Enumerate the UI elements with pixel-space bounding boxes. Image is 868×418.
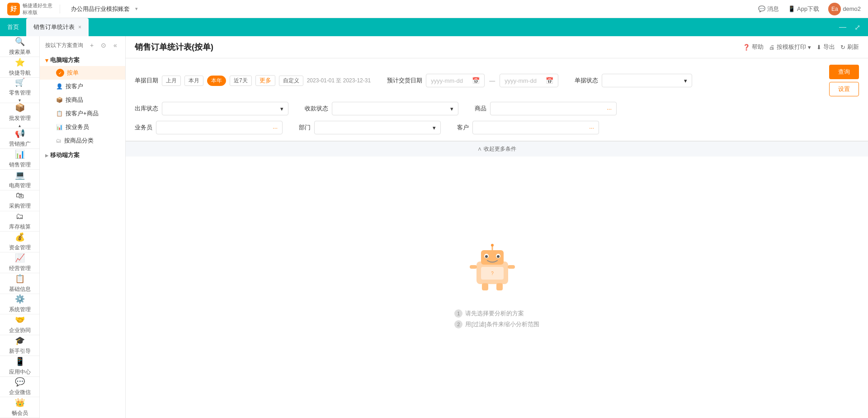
date-more-btn[interactable]: 更多	[255, 75, 275, 86]
expected-date-end[interactable]: yyyy-mm-dd 📅	[500, 74, 558, 87]
customer-input[interactable]: ···	[472, 121, 599, 134]
print-button[interactable]: 🖨 按模板打印 ▾	[769, 43, 811, 51]
tree-item-by-salesman[interactable]: 📊 按业务员	[40, 120, 125, 134]
sidebar-item-wechat[interactable]: 💬 企业微信	[0, 377, 39, 398]
salesman-dots[interactable]: ···	[273, 124, 278, 131]
left-panel-actions: + ⊙ «	[87, 41, 120, 50]
user-avatar[interactable]: Ea demo2	[828, 3, 861, 15]
customer-dots[interactable]: ···	[589, 124, 594, 131]
logo-area: 好 畅捷通好生意 标准版	[7, 2, 52, 15]
delivery-status-select[interactable]: ▾	[162, 102, 288, 115]
help-icon: ❓	[743, 44, 750, 51]
date-range-text: 2023-01-01 至 2023-12-31	[307, 77, 371, 85]
sidebar-item-marketing[interactable]: 📢 营销推广	[0, 128, 39, 149]
expected-date-start[interactable]: yyyy-mm-dd 📅	[426, 74, 485, 87]
svg-rect-8	[482, 283, 488, 290]
date-current-year-btn[interactable]: 本年	[207, 76, 226, 86]
sidebar-item-inventory[interactable]: 🗂 库存核算	[0, 211, 39, 232]
by-order-icon: ✓	[56, 69, 64, 77]
date-separator: —	[488, 77, 496, 84]
sidebar-item-finance[interactable]: 💰 资金管理	[0, 232, 39, 252]
tree-item-by-category[interactable]: 🗂 按商品分类	[40, 134, 125, 147]
purchase-icon: 🛍	[16, 191, 24, 200]
payment-status-select[interactable]: ▾	[332, 102, 458, 115]
app-download-button[interactable]: 📱 App下载	[788, 5, 819, 13]
finance-icon: 💰	[15, 232, 25, 242]
tree-group-mobile[interactable]: ▸ 移动端方案	[40, 147, 125, 161]
query-button[interactable]: 查询	[829, 65, 859, 79]
filter-row-1: 单据日期 上月 本月 本年 近7天 更多 自定义 2023-01-01 至 20…	[135, 65, 859, 96]
sidebar-item-business[interactable]: 📈 经营管理	[0, 252, 39, 273]
doc-status-label: 单据状态	[575, 76, 598, 85]
sidebar-item-search-menu[interactable]: 🔍 搜索菜单	[0, 36, 39, 57]
sidebar-item-enterprise[interactable]: 🤝 企业协同	[0, 314, 39, 335]
doc-status-group: 单据状态 ▾	[575, 74, 692, 87]
date-label: 单据日期	[135, 76, 158, 85]
expected-date-group: 预计交货日期 yyyy-mm-dd 📅 — yyyy-mm-dd 📅	[387, 74, 558, 87]
help-button[interactable]: ❓ 帮助	[743, 43, 764, 51]
sidebar-item-purchase[interactable]: 🛍 采购管理	[0, 190, 39, 211]
goods-group: 商品 ···	[475, 102, 617, 115]
doc-status-select[interactable]: ▾	[602, 74, 692, 87]
tree-group-desktop[interactable]: ▾ 电脑端方案	[40, 52, 125, 66]
tab-minimize-button[interactable]: —	[837, 22, 848, 33]
tab-home[interactable]: 首页	[0, 18, 26, 36]
sidebar-item-apps[interactable]: 📱 应用中心	[0, 356, 39, 377]
tab-maximize-button[interactable]: ⤢	[852, 22, 863, 33]
sidebar-item-basic[interactable]: 📋 基础信息	[0, 273, 39, 294]
action-col: 查询 设置	[826, 65, 859, 96]
sidebar-item-quick-nav[interactable]: ⭐ 快捷导航	[0, 57, 39, 78]
settings-button[interactable]: 设置	[829, 82, 859, 96]
goods-label: 商品	[475, 104, 486, 113]
sidebar-item-ecommerce[interactable]: 💻 电商管理	[0, 170, 39, 190]
date-prev-month-btn[interactable]: 上月	[162, 76, 181, 86]
empty-illustration: ?	[467, 243, 526, 302]
goods-dots[interactable]: ···	[607, 105, 612, 112]
tree-group-mobile-expand-icon: ▸	[45, 152, 48, 159]
main-layout: 🔍 搜索菜单 ⭐ 快捷导航 🛒 零售管理 ▾ 📦 批发管理 ▴ 📢 营销推广 📊…	[0, 36, 868, 418]
date-custom-btn[interactable]: 自定义	[279, 76, 303, 86]
customer-group: 客户 ···	[457, 121, 599, 134]
collapse-bar[interactable]: ∧ 收起更多条件	[126, 141, 868, 157]
sidebar-item-sales[interactable]: 📊 销售管理	[0, 149, 39, 170]
sidebar-item-system[interactable]: ⚙️ 系统管理	[0, 294, 39, 315]
enterprise-icon: 🤝	[15, 315, 25, 325]
page-title: 销售订单统计表(按单)	[135, 42, 213, 58]
calendar-end-icon: 📅	[546, 77, 553, 84]
add-scheme-button[interactable]: +	[87, 41, 96, 50]
refresh-button[interactable]: ↻ 刷新	[840, 43, 859, 51]
export-button[interactable]: ⬇ 导出	[816, 43, 835, 51]
tree-item-by-customer-goods[interactable]: 📋 按客户+商品	[40, 107, 125, 120]
vip-icon: 👑	[15, 398, 25, 408]
quick-nav-icon: ⭐	[15, 57, 25, 67]
marketing-icon: 📢	[15, 128, 25, 138]
goods-input[interactable]: ···	[490, 102, 617, 115]
divider	[60, 5, 60, 14]
app-icon: 📱	[788, 5, 795, 12]
settings-scheme-button[interactable]: ⊙	[99, 41, 108, 50]
filter-row-3: 业务员 ··· 部门 ▾	[135, 121, 859, 134]
date-this-month-btn[interactable]: 本月	[184, 76, 203, 86]
message-button[interactable]: 💬 消息	[758, 5, 779, 13]
department-label: 部门	[299, 124, 311, 132]
sidebar-item-vip[interactable]: 👑 畅会员	[0, 397, 39, 418]
tab-sales-stats[interactable]: 销售订单统计表 ×	[26, 18, 89, 36]
system-icon: ⚙️	[15, 294, 25, 304]
retail-icon: 🛒	[15, 77, 25, 87]
tree-item-by-goods[interactable]: 📦 按商品	[40, 93, 125, 107]
expected-date-label: 预计交货日期	[387, 76, 422, 85]
svg-rect-6	[470, 265, 477, 269]
sidebar-item-retail[interactable]: 🛒 零售管理 ▾	[0, 78, 39, 103]
department-select[interactable]: ▾	[314, 121, 441, 134]
salesman-input[interactable]: ···	[156, 121, 283, 134]
date-last7-btn[interactable]: 近7天	[230, 76, 252, 86]
sidebar-item-wholesale[interactable]: 📦 批发管理 ▴	[0, 103, 39, 128]
system-title-dropdown[interactable]: ▾	[135, 6, 138, 12]
avatar: Ea	[828, 3, 841, 15]
tree-item-by-order[interactable]: ✓ 按单	[40, 66, 125, 80]
tree-item-by-customer[interactable]: 👤 按客户	[40, 80, 125, 93]
newbie-icon: 🎓	[15, 336, 25, 346]
collapse-panel-button[interactable]: «	[111, 41, 120, 50]
tab-close-button[interactable]: ×	[78, 24, 81, 30]
sidebar-item-newbie[interactable]: 🎓 新手引导	[0, 335, 39, 356]
